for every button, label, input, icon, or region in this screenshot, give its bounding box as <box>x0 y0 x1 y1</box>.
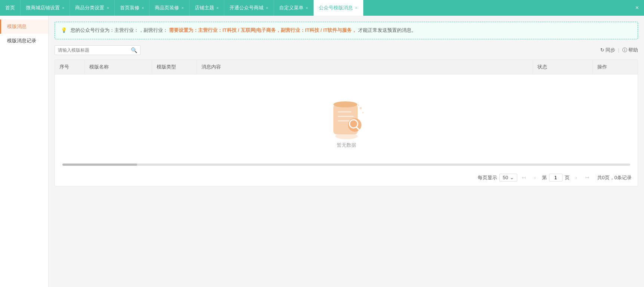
sidebar-item-template-record[interactable]: 模版消息记录 <box>0 34 48 48</box>
nav-tab-templatemsg[interactable]: 公众号模版消息 × <box>314 0 363 16</box>
svg-point-9 <box>360 107 362 109</box>
nav-tab-homepage[interactable]: 首页装修 × <box>115 0 150 16</box>
scroll-thumb[interactable] <box>62 164 137 166</box>
nav-tab-custommenu[interactable]: 自定义菜单 × <box>274 0 314 16</box>
search-input[interactable] <box>58 48 131 53</box>
close-category[interactable]: × <box>107 6 109 10</box>
svg-point-2 <box>333 101 357 107</box>
col-index: 序号 <box>55 60 85 74</box>
nav-tab-category[interactable]: 商品分类设置 × <box>70 0 114 16</box>
nav-tab-productpage[interactable]: 商品页装修 × <box>150 0 189 16</box>
search-bar: 🔍 ↻ 同步 | ⓘ 帮助 <box>55 45 638 55</box>
page-size-value: 50 <box>503 175 508 180</box>
page-size-label: 每页显示 <box>478 174 497 181</box>
search-input-wrap[interactable]: 🔍 <box>55 45 141 55</box>
page-prefix-label: 第 <box>542 174 547 181</box>
svg-point-10 <box>362 112 364 113</box>
prev-page-button[interactable]: ‹ <box>531 173 540 182</box>
search-icon[interactable]: 🔍 <box>131 47 137 53</box>
page-total-label: 共0页，0条记录 <box>597 174 632 181</box>
col-type: 模版类型 <box>152 60 197 74</box>
empty-text: 暂无数据 <box>337 142 356 149</box>
notice-banner: 💡 您的公众号行业为：主营行业：，副营行业： 需要设置为：主营行业：IT科技 /… <box>55 22 638 39</box>
help-button[interactable]: ⓘ 帮助 <box>622 47 638 54</box>
col-action: 操作 <box>593 60 638 74</box>
close-weshop[interactable]: × <box>62 6 64 10</box>
sync-icon: ↻ <box>600 47 604 53</box>
close-all-button[interactable]: × <box>630 0 644 16</box>
data-table: 序号 模版名称 模版类型 消息内容 状态 操作 <box>55 59 638 186</box>
empty-state: 暂无数据 <box>55 74 638 164</box>
main-layout: 模版消息 模版消息记录 💡 您的公众号行业为：主营行业：，副营行业： 需要设置为… <box>0 16 644 287</box>
toolbar-divider: | <box>618 47 619 53</box>
col-name: 模版名称 <box>85 60 152 74</box>
toolbar-right: ↻ 同步 | ⓘ 帮助 <box>600 47 638 54</box>
close-openstore[interactable]: × <box>266 6 268 10</box>
page-number-input[interactable] <box>549 174 563 181</box>
next-page-button[interactable]: › <box>572 173 581 182</box>
sidebar: 模版消息 模版消息记录 <box>0 16 49 287</box>
sidebar-item-template-msg[interactable]: 模版消息 <box>0 19 48 34</box>
last-page-button[interactable]: ↦ <box>583 173 592 182</box>
page-unit-label: 页 <box>565 174 570 181</box>
first-page-button[interactable]: ↤ <box>520 173 529 182</box>
close-homepage[interactable]: × <box>142 6 144 10</box>
close-custommenu[interactable]: × <box>306 6 308 10</box>
close-productpage[interactable]: × <box>181 6 184 10</box>
nav-tab-theme[interactable]: 店铺主题 × <box>189 0 224 16</box>
sync-button[interactable]: ↻ 同步 <box>600 47 615 54</box>
empty-illustration <box>324 97 369 142</box>
pagination: 每页显示 50 ⌄ ↤ ‹ 第 页 › ↦ 共0页，0条记录 <box>55 170 638 186</box>
help-icon: ⓘ <box>622 47 627 54</box>
top-nav: 首页 微商城店铺设置 × 商品分类设置 × 首页装修 × 商品页装修 × 店铺主… <box>0 0 644 16</box>
page-size-select[interactable]: 50 ⌄ <box>499 174 517 181</box>
table-header: 序号 模版名称 模版类型 消息内容 状态 操作 <box>55 60 638 74</box>
col-content: 消息内容 <box>197 60 533 74</box>
content-area: 💡 您的公众号行业为：主营行业：，副营行业： 需要设置为：主营行业：IT科技 /… <box>49 16 644 287</box>
svg-point-11 <box>358 104 359 106</box>
nav-tab-openstore[interactable]: 开通公众号商城 × <box>224 0 274 16</box>
col-status: 状态 <box>533 60 593 74</box>
close-templatemsg[interactable]: × <box>355 6 357 10</box>
nav-tab-home[interactable]: 首页 <box>0 0 21 16</box>
chevron-down-icon: ⌄ <box>510 175 514 180</box>
close-theme[interactable]: × <box>216 6 219 10</box>
scroll-track[interactable] <box>62 164 630 166</box>
nav-tab-weshop[interactable]: 微商城店铺设置 × <box>21 0 70 16</box>
lightbulb-icon: 💡 <box>61 27 67 33</box>
